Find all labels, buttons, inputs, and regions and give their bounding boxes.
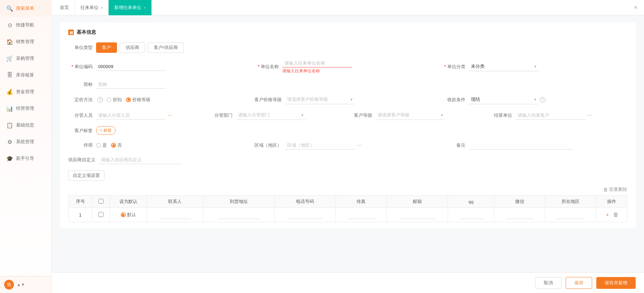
save-button[interactable]: 保存	[566, 277, 592, 289]
cancel-button[interactable]: 取消	[535, 277, 561, 289]
sidebar-item-basic-info[interactable]: 📋 基础信息	[0, 117, 51, 133]
col-fax: 传真	[336, 196, 387, 208]
tab-new-partner[interactable]: 新增往来单位 ×	[109, 0, 151, 15]
unit-type-both-btn[interactable]: 客户/供应商	[148, 42, 184, 53]
pricing-discount-radio[interactable]: 折扣	[107, 97, 122, 103]
tab-partner-list-close[interactable]: ×	[101, 6, 103, 10]
sidebar-item-operations[interactable]: 📊 经营管理	[0, 100, 51, 117]
discount-radio-circle	[107, 97, 111, 102]
disable-no-radio[interactable]: 否	[111, 142, 122, 148]
disable-field: 停用 是 否	[68, 142, 254, 148]
unit-type-row: 单位类型 客户 供应商 客户/供应商	[68, 42, 627, 53]
window-close-button[interactable]: ×	[630, 2, 641, 13]
dept-label: 分管部门	[208, 112, 236, 119]
sidebar-item-purchase[interactable]: 🛒 采购管理	[0, 50, 51, 67]
customer-level-select[interactable]: 请选择客户等级 ▾	[376, 111, 445, 120]
row-add-icon[interactable]: ＋	[605, 211, 610, 219]
tab-partner-list-label: 往来单位	[80, 5, 99, 11]
sidebar-item-sales[interactable]: 🏠 销售管理	[0, 33, 51, 50]
row-action-icons: ＋ 🗑	[600, 211, 623, 219]
row-fax-input[interactable]	[347, 211, 375, 219]
batch-delete-label: 批量删除	[609, 186, 627, 193]
price-level-select[interactable]: 请选择客户价格等级 ▾	[285, 95, 355, 104]
row-default-radio[interactable]: 默认	[121, 212, 136, 218]
level-radio-circle	[126, 97, 131, 102]
payment-help-icon[interactable]: ?	[540, 97, 545, 103]
region-more-btn[interactable]: ···	[357, 142, 361, 148]
row-checkbox-cell	[92, 208, 110, 222]
price-level-chevron: ▾	[351, 97, 353, 102]
no-label: 否	[117, 142, 122, 148]
settlement-more-btn[interactable]: ···	[587, 112, 592, 119]
content-area: ▤ 基本信息 单位类型 客户 供应商 客户/供应商 单位编码	[52, 15, 644, 272]
payment-select[interactable]: 现结 ▾	[469, 95, 539, 104]
tab-home[interactable]: 首页	[54, 0, 75, 15]
tab-home-label: 首页	[60, 5, 69, 11]
tab-partner-list[interactable]: 往来单位 ×	[75, 0, 109, 15]
contacts-table-section: 🗑 批量删除 序号 设为默认 联系人 到货地址 电话号码 传真	[68, 186, 627, 222]
short-name-label: 简称	[68, 81, 96, 88]
dept-field: 分管部门 请输入分管部门 ▾	[208, 111, 348, 120]
dept-select[interactable]: 请输入分管部门 ▾	[236, 111, 306, 120]
unit-type-customer-btn[interactable]: 客户	[96, 42, 117, 53]
batch-delete-btn[interactable]: 🗑 批量删除	[603, 186, 627, 193]
pricing-radio-group: 折扣 价格等级	[107, 97, 150, 103]
pricing-level-radio[interactable]: 价格等级	[126, 97, 150, 103]
tabs-bar: 首页 往来单位 × 新增往来单位 × ×	[52, 0, 644, 15]
sidebar-item-finance[interactable]: 💰 资金管理	[0, 83, 51, 100]
avatar: 我	[4, 280, 14, 290]
row-checkbox[interactable]	[99, 212, 103, 217]
name-label: 单位名称	[254, 64, 282, 70]
col-qq: qq	[448, 196, 494, 208]
code-field: 单位编码	[68, 63, 254, 71]
sales-icon: 🏠	[6, 38, 13, 45]
dept-placeholder: 请输入分管部门	[238, 112, 270, 118]
supplier-custom-label: 供应商自定义	[68, 157, 99, 163]
add-tag-btn[interactable]: + 标签	[96, 126, 116, 135]
disable-radio-group: 是 否	[96, 142, 122, 148]
sidebar-item-inventory[interactable]: 🗄 库存核算	[0, 67, 51, 83]
sidebar-item-search[interactable]: 🔍 搜索菜单	[0, 0, 51, 17]
row-phone-input[interactable]	[288, 211, 322, 219]
manager-more-btn[interactable]: ···	[168, 112, 172, 119]
tag-field: 客户标签 + 标签	[68, 126, 627, 135]
name-input[interactable]	[282, 59, 352, 67]
save-and-new-button[interactable]: 保存并新增	[596, 277, 636, 289]
pricing-label: 定价方法	[68, 97, 96, 103]
manager-input[interactable]	[96, 111, 166, 120]
price-level-field: 客户价格等级 请选择客户价格等级 ▾	[254, 95, 441, 104]
sidebar-item-label: 基础信息	[16, 122, 34, 128]
customer-level-label: 客户等级	[348, 112, 376, 119]
custom-settings-btn[interactable]: 自定义项设置	[68, 170, 104, 181]
unit-type-supplier-btn[interactable]: 供应商	[120, 42, 145, 53]
sidebar-item-system[interactable]: ⚙ 系统管理	[0, 133, 51, 150]
sidebar-item-new-user[interactable]: 🎓 新手引导	[0, 150, 51, 167]
sidebar-item-quick-nav[interactable]: ⊙ 快捷导航	[0, 17, 51, 33]
name-field: 单位名称 请输入往来单位名称	[254, 59, 441, 74]
col-contact: 联系人	[147, 196, 203, 208]
disable-yes-radio[interactable]: 是	[96, 142, 107, 148]
custom-settings-section: 自定义项设置	[68, 170, 627, 181]
row-contact-input[interactable]	[159, 211, 191, 219]
row-email-input[interactable]	[400, 211, 435, 219]
short-name-input[interactable]	[96, 80, 166, 89]
row-delete-icon[interactable]: 🗑	[613, 212, 619, 218]
name-field-wrapper: 请输入往来单位名称	[282, 59, 352, 74]
category-select[interactable]: 未分类 ▾	[469, 62, 539, 71]
col-default: 设为默认	[110, 196, 147, 208]
code-input[interactable]	[96, 63, 166, 71]
sidebar-item-label: 快捷导航	[16, 22, 34, 28]
region-input[interactable]	[285, 141, 355, 149]
row-region-input[interactable]	[557, 211, 584, 219]
row-qq-input[interactable]	[459, 211, 483, 219]
tab-new-partner-close[interactable]: ×	[143, 6, 146, 10]
row-address-input[interactable]	[218, 211, 260, 219]
region-field: 区域（地区） ···	[254, 141, 441, 149]
supplier-custom-input[interactable]	[99, 156, 182, 164]
row-wechat-input[interactable]	[506, 211, 534, 219]
pricing-help-icon[interactable]: ?	[97, 97, 103, 103]
select-all-checkbox[interactable]	[99, 199, 103, 204]
remark-input[interactable]	[469, 141, 573, 149]
settlement-input[interactable]	[516, 111, 585, 120]
basic-info-icon: 📋	[6, 122, 13, 129]
